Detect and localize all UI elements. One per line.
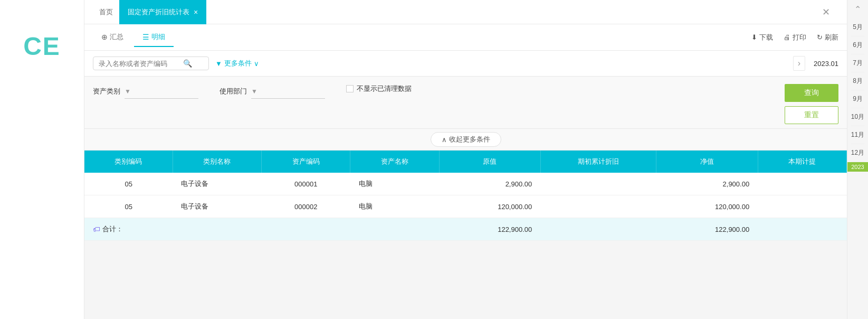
refresh-action[interactable]: ↻ 刷新	[817, 33, 838, 42]
print-label: 打印	[793, 33, 806, 42]
department-label: 使用部门	[220, 87, 247, 96]
period-nav-right[interactable]: ›	[793, 56, 805, 71]
col-current-depreciation: 本期计提	[758, 151, 846, 173]
search-input[interactable]	[99, 60, 183, 68]
col-accumulated-depreciation: 期初累计折旧	[540, 151, 656, 173]
data-table: 类别编码 类别名称 资产编码 资产名称 原值 期初累计折旧 净值 本期计提 05…	[84, 151, 847, 241]
department-select[interactable]: ▼	[251, 84, 325, 99]
table-header-row: 类别编码 类别名称 资产编码 资产名称 原值 期初累计折旧 净值 本期计提	[84, 151, 847, 173]
total-icon: 🏷	[93, 225, 100, 233]
active-tab[interactable]: 固定资产折旧统计表 ×	[119, 0, 206, 24]
tab-summary[interactable]: ⊕ 汇总	[93, 28, 132, 47]
toolbar-right: ⬇ 下载 🖨 打印 ↻ 刷新	[751, 33, 838, 42]
scroll-up-button[interactable]: ⌃	[847, 0, 868, 18]
sidebar-month-item[interactable]: 12月	[851, 144, 864, 162]
toolbar: ⊕ 汇总 ☰ 明细 ⬇ 下载 🖨 打印 ↻ 刷新	[84, 24, 847, 51]
cell-category-code: 05	[84, 195, 173, 218]
refresh-icon: ↻	[817, 33, 823, 41]
top-nav-right: ✕	[814, 6, 838, 18]
total-label: 合计：	[102, 224, 123, 234]
sidebar-month-item[interactable]: 9月	[851, 90, 864, 108]
tab-detail[interactable]: ☰ 明细	[134, 28, 174, 47]
col-category-name: 类别名称	[173, 151, 261, 173]
tab-detail-label: 明细	[151, 32, 165, 42]
asset-category-group: 资产类别 ▼	[93, 84, 198, 99]
more-conditions-label: 更多条件	[224, 59, 252, 68]
logo-text: CE	[23, 32, 61, 61]
cell-category-code: 05	[84, 173, 173, 195]
cell-asset-code: 000002	[262, 195, 350, 218]
period-label: 2023.01	[814, 60, 838, 68]
cell-current-depreciation	[758, 173, 846, 195]
query-button[interactable]: 查询	[785, 84, 838, 102]
cell-original-value: 2,900.00	[439, 173, 540, 195]
table-row[interactable]: 05 电子设备 000001 电脑 2,900.00 2,900.00	[84, 173, 847, 195]
collapse-button[interactable]: ∧ 收起更多条件	[431, 132, 501, 147]
total-net-value: 122,900.00	[656, 218, 758, 241]
logo-area: CE	[0, 0, 84, 319]
sidebar-month-item[interactable]: 11月	[851, 126, 864, 144]
col-original-value: 原值	[439, 151, 540, 173]
table-row[interactable]: 05 电子设备 000002 电脑 120,000.00 120,000.00	[84, 195, 847, 218]
no-cleared-checkbox[interactable]	[346, 85, 354, 92]
cell-current-depreciation	[758, 195, 846, 218]
filter-area: 资产类别 ▼ 使用部门 ▼ 不显示已清理数据 查询 重置	[84, 77, 847, 129]
category-chevron-icon: ▼	[125, 88, 131, 95]
top-nav: 首页 固定资产折旧统计表 × ✕	[84, 0, 847, 24]
home-tab[interactable]: 首页	[93, 7, 119, 17]
asset-category-select[interactable]: ▼	[125, 84, 198, 99]
print-action[interactable]: 🖨 打印	[784, 33, 806, 42]
more-conditions-button[interactable]: ▼ 更多条件 ∨	[215, 59, 259, 68]
total-asset-code	[262, 218, 350, 241]
cell-net-value: 2,900.00	[656, 173, 758, 195]
total-current-depreciation	[758, 218, 846, 241]
cell-category-name: 电子设备	[173, 173, 261, 195]
col-category-code: 类别编码	[84, 151, 173, 173]
cell-category-name: 电子设备	[173, 195, 261, 218]
asset-category-label: 资产类别	[93, 87, 120, 96]
cell-accumulated-depreciation	[540, 195, 656, 218]
collapse-arrow-icon: ∧	[442, 136, 447, 144]
search-bar: 🔍 ▼ 更多条件 ∨ › 2023.01	[84, 51, 847, 77]
reset-button[interactable]: 重置	[785, 106, 838, 124]
download-action[interactable]: ⬇ 下载	[751, 33, 773, 42]
department-group: 使用部门 ▼	[220, 84, 325, 99]
total-original-value: 122,900.00	[439, 218, 540, 241]
col-net-value: 净值	[656, 151, 758, 173]
main-content: 首页 固定资产折旧统计表 × ✕ ⊕ 汇总 ☰ 明细 ⬇ 下载 🖨 打印	[84, 0, 847, 319]
cell-asset-name: 电脑	[350, 173, 439, 195]
print-icon: 🖨	[784, 33, 790, 41]
sidebar-month-item[interactable]: 8月	[851, 72, 864, 90]
tab-summary-label: 汇总	[110, 32, 123, 42]
no-cleared-group: 不显示已清理数据	[346, 84, 412, 93]
download-label: 下载	[759, 33, 773, 42]
sidebar-month-item[interactable]: 10月	[851, 108, 864, 126]
active-tab-label: 固定资产折旧统计表	[128, 7, 189, 17]
summary-icon: ⊕	[101, 33, 108, 41]
total-accumulated-depreciation	[540, 218, 656, 241]
detail-icon: ☰	[142, 33, 149, 41]
no-cleared-label: 不显示已清理数据	[357, 84, 412, 93]
download-icon: ⬇	[751, 33, 757, 41]
window-close-button[interactable]: ✕	[814, 6, 838, 18]
refresh-label: 刷新	[825, 33, 838, 42]
tab-close-button[interactable]: ×	[194, 8, 198, 16]
cell-asset-name: 电脑	[350, 195, 439, 218]
sidebar-month-item[interactable]: 6月	[851, 36, 864, 54]
total-row: 🏷 合计： 122,900.00 122,900.00	[84, 218, 847, 241]
collapse-bar: ∧ 收起更多条件	[84, 129, 847, 151]
sidebar-month-item[interactable]: 5月	[851, 18, 864, 36]
total-asset-name	[350, 218, 439, 241]
cell-original-value: 120,000.00	[439, 195, 540, 218]
cell-asset-code: 000001	[262, 173, 350, 195]
sidebar-month-item[interactable]: 7月	[851, 54, 864, 72]
col-asset-name: 资产名称	[350, 151, 439, 173]
department-chevron-icon: ▼	[251, 88, 257, 95]
cell-net-value: 120,000.00	[656, 195, 758, 218]
col-asset-code: 资产编码	[262, 151, 350, 173]
year-badge: 2023	[847, 162, 868, 172]
collapse-label: 收起更多条件	[449, 135, 490, 144]
right-sidebar: ⌃ 5月6月7月8月9月10月11月12月 2023	[847, 0, 868, 319]
filter-icon: ▼	[215, 60, 222, 68]
cell-accumulated-depreciation	[540, 173, 656, 195]
